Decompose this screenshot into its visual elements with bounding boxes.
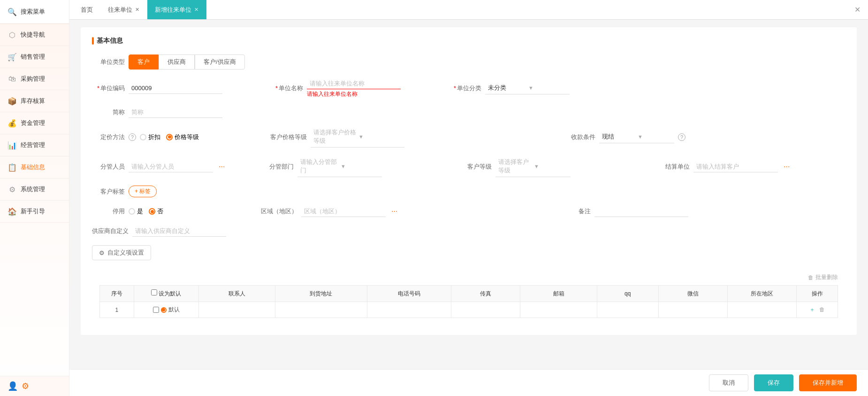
cell-qq[interactable] (597, 302, 658, 318)
payment-terms-help-icon[interactable]: ? (678, 133, 685, 141)
window-close-button[interactable]: ✕ (851, 3, 864, 16)
supplier-custom-group: 供应商自定义 (92, 225, 845, 237)
sidebar-item-basic[interactable]: 📋 基础信息 (0, 156, 69, 179)
type-btn-supplier[interactable]: 供应商 (159, 54, 195, 70)
cell-contact[interactable] (198, 302, 275, 318)
cell-phone[interactable] (367, 302, 451, 318)
short-name-input[interactable] (129, 107, 222, 118)
type-btn-both[interactable]: 客户/供应商 (195, 54, 245, 70)
delete-row-btn[interactable]: 🗑 (819, 306, 825, 313)
radio-no-label: 否 (157, 207, 163, 216)
disable-group: 停用 是 否 (92, 207, 251, 216)
sidebar-item-operations[interactable]: 📊 经营管理 (0, 134, 69, 156)
tab-new-partner-close[interactable]: ✕ (194, 7, 198, 13)
cell-wechat[interactable] (658, 302, 727, 318)
sidebar-item-purchase[interactable]: 🛍 采购管理 (0, 68, 69, 90)
type-btn-customer[interactable]: 客户 (129, 54, 159, 70)
department-select[interactable]: 请输入分管部门 ▼ (297, 156, 382, 177)
cell-address[interactable] (275, 302, 367, 318)
region-cell-input[interactable] (746, 307, 778, 313)
sidebar-item-newbie[interactable]: 🏠 新手引导 (0, 201, 69, 223)
chevron-down-icon: ▼ (528, 85, 567, 91)
col-default: 设为默认 (134, 286, 198, 302)
radio-price-level[interactable]: 价格等级 (166, 133, 199, 141)
add-tag-button[interactable]: + 标签 (129, 186, 157, 197)
purchase-icon: 🛍 (8, 74, 17, 84)
select-all-checkbox[interactable] (151, 289, 157, 295)
sidebar-item-search[interactable]: 🔍 搜索菜单 (0, 0, 69, 24)
sidebar-item-quicknav[interactable]: ⬡ 快捷导航 (0, 24, 69, 46)
customer-price-level-select[interactable]: 请选择客户价格等级 ▼ (311, 126, 404, 148)
tab-partners[interactable]: 往来单位 ✕ (100, 0, 147, 19)
unit-code-group: 单位编码 (92, 83, 261, 94)
save-add-button[interactable]: 保存并新增 (799, 374, 857, 391)
sidebar-operations-label: 经营管理 (21, 141, 45, 149)
payment-terms-select[interactable]: 现结 ▼ (599, 131, 674, 143)
radio-discount-circle (140, 134, 146, 140)
supplier-custom-row: 供应商自定义 (92, 225, 845, 237)
pricing-help-icon[interactable]: ? (129, 133, 136, 141)
manager-input[interactable] (129, 161, 213, 172)
manager-more-btn[interactable]: ··· (217, 163, 227, 171)
sidebar-item-finance[interactable]: 💰 资金管理 (0, 112, 69, 134)
chevron-price-icon: ▼ (358, 134, 402, 140)
batch-delete-btn[interactable]: 🗑 批量删除 (808, 273, 838, 281)
unit-code-label: 单位编码 (92, 84, 125, 93)
customer-level-placeholder: 请选择客户等级 (498, 158, 532, 175)
custom-setting-label: 自定义项设置 (107, 248, 144, 257)
radio-yes[interactable]: 是 (129, 207, 143, 216)
save-button[interactable]: 保存 (754, 374, 793, 391)
tab-bar: 首页 往来单位 ✕ 新增往来单位 ✕ ✕ (69, 0, 868, 20)
tab-partners-label: 往来单位 (108, 6, 132, 14)
sidebar-basic-label: 基础信息 (21, 163, 45, 171)
tab-home[interactable]: 首页 (73, 0, 100, 19)
sidebar-item-inventory[interactable]: 📦 库存核算 (0, 90, 69, 112)
fax-input[interactable] (469, 307, 502, 313)
region-label: 区域（地区） (261, 207, 297, 216)
unit-type-row: 单位类型 客户 供应商 客户/供应商 (92, 54, 845, 70)
cell-region[interactable] (727, 302, 796, 318)
custom-setting-button[interactable]: ⚙ 自定义项设置 (92, 245, 151, 260)
supplier-custom-input[interactable] (132, 225, 226, 237)
qq-input[interactable] (614, 307, 642, 313)
tab-new-partner[interactable]: 新增往来单位 ✕ (147, 0, 206, 19)
cell-email[interactable] (520, 302, 597, 318)
phone-input[interactable] (388, 307, 430, 313)
sidebar-search-label: 搜索菜单 (21, 8, 45, 16)
manager-row: 分管人员 ··· 分管部门 请输入分管部门 ▼ 客户等级 请选择客户等级 ▼ (92, 156, 845, 177)
default-radio[interactable] (161, 307, 167, 313)
region-group: 区域（地区） ··· (261, 206, 548, 217)
tab-partners-close[interactable]: ✕ (135, 7, 139, 13)
cell-fax[interactable] (451, 302, 520, 318)
cancel-button[interactable]: 取消 (709, 374, 748, 391)
customer-price-level-group: 客户价格等级 请选择客户价格等级 ▼ (270, 126, 553, 148)
main-area: 首页 往来单位 ✕ 新增往来单位 ✕ ✕ 基本信息 单位类型 客户 (69, 0, 868, 396)
col-wechat: 微信 (658, 286, 727, 302)
sidebar-item-system[interactable]: ⚙ 系统管理 (0, 179, 69, 201)
radio-discount[interactable]: 折扣 (140, 133, 160, 141)
unit-code-input[interactable] (129, 83, 222, 94)
wechat-input[interactable] (677, 307, 709, 313)
customer-level-select[interactable]: 请选择客户等级 ▼ (495, 156, 571, 177)
unit-category-select[interactable]: 未分类 ▼ (485, 82, 570, 94)
unit-type-buttons: 客户 供应商 客户/供应商 (129, 54, 245, 70)
region-more-btn[interactable]: ··· (389, 207, 399, 216)
batch-delete-label: 批量删除 (815, 273, 838, 281)
email-input[interactable] (540, 307, 578, 313)
row-checkbox[interactable] (153, 307, 159, 313)
radio-no[interactable]: 否 (149, 207, 163, 216)
trash-icon: 🗑 (808, 274, 814, 281)
unit-name-input[interactable] (307, 78, 401, 89)
col-fax: 传真 (451, 286, 520, 302)
radio-discount-label: 折扣 (148, 133, 160, 141)
disable-radio-group: 是 否 (129, 207, 163, 216)
address-input[interactable] (297, 307, 344, 313)
contact-input[interactable] (218, 307, 256, 313)
settlement-unit-input[interactable] (693, 161, 778, 172)
add-row-btn[interactable]: ＋ (809, 306, 815, 313)
sidebar-item-sales[interactable]: 🛒 销售管理 (0, 46, 69, 68)
table-row: 1 默认 (100, 302, 838, 318)
region-input[interactable] (301, 206, 386, 217)
note-input[interactable] (594, 206, 688, 217)
settlement-more-btn[interactable]: ··· (782, 163, 792, 171)
